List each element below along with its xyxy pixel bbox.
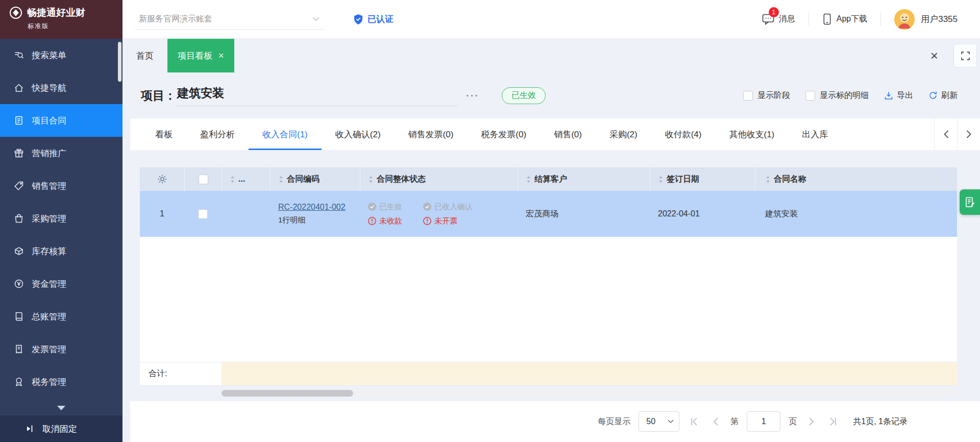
sidebar-item-search-menu[interactable]: 搜索菜单: [0, 39, 122, 71]
tab-project-board-label: 项目看板: [178, 50, 212, 62]
user-avatar[interactable]: [894, 9, 915, 30]
show-stage-checkbox[interactable]: [743, 91, 753, 101]
row-checkbox[interactable]: [198, 209, 208, 219]
sidebar-item-tax[interactable]: 税务管理: [0, 365, 122, 398]
status-badge: 已生效: [502, 87, 546, 104]
window-tabstrip: 首页 项目看板 × ×: [122, 39, 980, 72]
sort-icon[interactable]: [230, 176, 235, 183]
show-detail-checkbox-group[interactable]: 显示标的明细: [805, 90, 869, 101]
next-page-button[interactable]: [805, 415, 818, 428]
prev-page-button[interactable]: [709, 415, 722, 428]
show-detail-checkbox[interactable]: [805, 91, 815, 101]
page-number-input[interactable]: [747, 411, 780, 432]
refresh-button[interactable]: 刷新: [928, 90, 958, 101]
account-set-dropdown[interactable]: 新服务官网演示账套: [135, 9, 324, 30]
more-icon[interactable]: ···: [466, 90, 479, 102]
tab-tax-invoice[interactable]: 税务发票(0): [467, 118, 540, 150]
row-customer: 宏茂商场: [518, 209, 650, 219]
column-header-date[interactable]: 签订日期: [650, 167, 755, 191]
messages-label: 消息: [779, 14, 795, 24]
username-label[interactable]: 用户3355: [921, 13, 958, 25]
row-code-cell: RC-20220401-002 1行明细: [270, 203, 360, 225]
table-settings-cell[interactable]: [140, 167, 184, 191]
tab-project-board[interactable]: 项目看板 ×: [167, 39, 234, 72]
tab-close-icon[interactable]: ×: [218, 51, 224, 61]
contract-icon: [14, 115, 24, 126]
select-all-cell[interactable]: [184, 167, 222, 191]
sidebar-item-quick-nav[interactable]: 快捷导航: [0, 71, 122, 104]
sidebar-item-inventory[interactable]: 库存核算: [0, 235, 122, 267]
app-download-label: App下载: [837, 14, 867, 24]
messages-button[interactable]: 1 消息: [762, 14, 795, 25]
contract-code-link[interactable]: RC-20220401-002: [278, 203, 346, 212]
sidebar-item-label: 快捷导航: [32, 82, 66, 94]
show-stage-checkbox-group[interactable]: 显示阶段: [743, 90, 790, 101]
tabs-scroll-left-button[interactable]: [934, 118, 957, 150]
sort-icon[interactable]: [766, 176, 770, 183]
sidebar-item-invoice[interactable]: 发票管理: [0, 333, 122, 365]
document-edit-icon: [964, 197, 975, 208]
sort-icon[interactable]: [279, 176, 283, 183]
chevron-left-icon: [943, 130, 949, 138]
tab-other-income[interactable]: 其他收支(1): [715, 118, 788, 150]
tab-income-confirm[interactable]: 收入确认(2): [322, 118, 395, 150]
chevron-right-icon: [966, 130, 972, 138]
certified-badge[interactable]: 已认证: [353, 13, 394, 25]
sidebar-item-funds[interactable]: 资金管理: [0, 267, 122, 300]
sidebar-item-project-contract[interactable]: 项目合同: [0, 104, 122, 137]
sidebar-scroll-down-icon[interactable]: [57, 406, 65, 410]
side-panel-toggle-button[interactable]: [960, 189, 980, 215]
per-page-select[interactable]: 50: [639, 411, 679, 432]
row-contract-name: 建筑安装: [755, 209, 957, 219]
fullscreen-button[interactable]: [953, 44, 977, 67]
table-row[interactable]: 1 RC-20220401-002 1行明细 已生效 已收入确认: [140, 191, 957, 238]
tab-profit-analysis[interactable]: 盈利分析: [186, 118, 249, 150]
row-select-cell[interactable]: [184, 209, 222, 219]
app-download-button[interactable]: App下载: [822, 13, 867, 25]
pagination-summary: 共1页, 1条记录: [853, 416, 908, 427]
tab-payments[interactable]: 收付款(4): [651, 118, 716, 150]
sort-icon[interactable]: [369, 176, 373, 183]
last-page-button[interactable]: [826, 415, 840, 428]
sort-icon[interactable]: [658, 176, 663, 183]
fullscreen-icon: [961, 51, 970, 61]
column-header-status[interactable]: 合同整体状态: [360, 167, 518, 191]
column-header-customer[interactable]: 结算客户: [518, 167, 650, 191]
horizontal-scrollbar-thumb[interactable]: [222, 390, 353, 397]
sidebar-item-purchase[interactable]: 采购管理: [0, 202, 122, 235]
unpin-label: 取消固定: [42, 423, 77, 435]
export-button[interactable]: 导出: [884, 90, 913, 101]
tab-sales-invoice[interactable]: 销售发票(0): [395, 118, 468, 150]
sidebar-item-marketing[interactable]: 营销推广: [0, 137, 122, 169]
close-page-icon[interactable]: ×: [930, 49, 938, 62]
sidebar-item-ledger[interactable]: 总账管理: [0, 300, 122, 333]
tab-income-contract[interactable]: 收入合同(1): [249, 118, 322, 150]
total-values-area: [222, 362, 957, 385]
select-all-checkbox[interactable]: [199, 175, 208, 184]
tab-home-label: 首页: [136, 50, 154, 62]
topbar-main: 新服务官网演示账套 已认证 1 消息 App下载: [122, 0, 980, 39]
gear-icon: [157, 174, 167, 184]
tab-home[interactable]: 首页: [122, 39, 167, 72]
column-header-more[interactable]: ...: [222, 167, 270, 191]
sort-icon[interactable]: [526, 176, 531, 183]
tab-purchase[interactable]: 采购(2): [596, 118, 651, 150]
sidebar-scrollbar-thumb[interactable]: [118, 42, 121, 82]
sidebar-item-sales[interactable]: 销售管理: [0, 169, 122, 202]
project-name-field[interactable]: 建筑安装: [176, 85, 458, 106]
first-page-button[interactable]: [688, 415, 701, 428]
sidebar-item-label: 资金管理: [32, 278, 66, 290]
sidebar-unpin-button[interactable]: 取消固定: [0, 415, 122, 442]
project-label: 项目：: [141, 88, 176, 104]
export-label: 导出: [897, 90, 913, 101]
tab-board[interactable]: 看板: [141, 118, 186, 150]
column-header-code[interactable]: 合同编码: [270, 167, 360, 191]
tabs-scroll-right-button[interactable]: [957, 118, 980, 150]
tab-sales[interactable]: 销售(0): [540, 118, 596, 150]
project-name-value: 建筑安装: [177, 86, 224, 100]
book-icon: [14, 311, 24, 322]
status-uninvoiced: 未开票: [423, 216, 457, 226]
page-suffix-label: 页: [789, 416, 797, 427]
column-header-name[interactable]: 合同名称: [755, 167, 957, 191]
tab-stock-io[interactable]: 出入库: [788, 118, 842, 150]
